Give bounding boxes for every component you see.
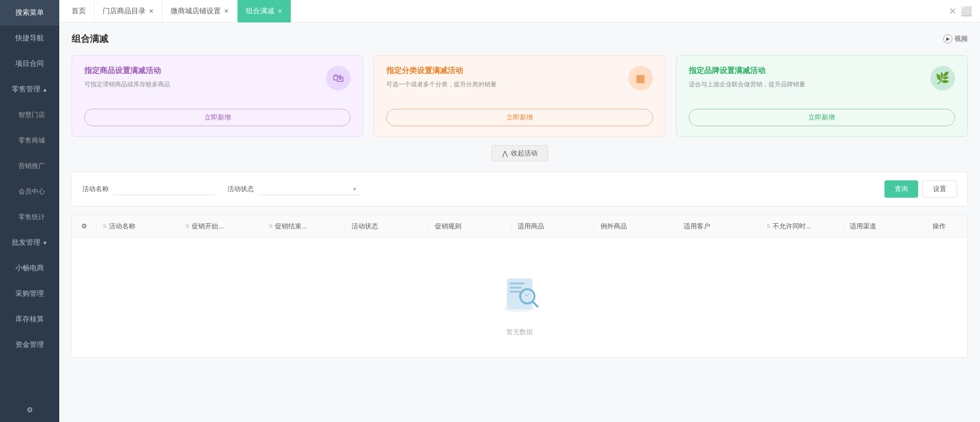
- sidebar-item-member-center[interactable]: 会员中心: [0, 179, 59, 204]
- tab-store-catalog[interactable]: 门店商品目录 ✕: [95, 0, 162, 22]
- th-activity-status: 活动状态: [345, 222, 428, 231]
- category-promo-title: 指定分类设置满减活动: [386, 66, 652, 76]
- sidebar-item-retail-mgmt[interactable]: 零售管理 ▲: [0, 77, 59, 102]
- activity-status-field: 活动状态 进行中 未开始 已结束 ▾: [227, 183, 360, 195]
- empty-state-text: 暂无数据: [506, 327, 533, 337]
- th-activity-name: ⇅ 活动名称: [97, 222, 179, 231]
- maximize-window-icon[interactable]: ⬜: [961, 6, 972, 17]
- collapse-icon: ⋀: [502, 150, 508, 157]
- close-window-icon[interactable]: ✕: [949, 6, 956, 17]
- category-promo-card: ▦ 指定分类设置满减活动 可选一个或者多个分类，提升分类的销量 立即新增: [374, 55, 665, 137]
- activity-status-select-wrapper: 进行中 未开始 已结束 ▾: [258, 183, 360, 195]
- tab-combo-discount[interactable]: 组合满减 ✕: [238, 0, 291, 22]
- play-icon: ▶: [943, 34, 952, 43]
- brand-promo-icon: 🌿: [930, 66, 955, 90]
- brand-promo-card: 🌿 指定品牌设置满减活动 适合与上游企业联合做营销，提升品牌销量 立即新增: [676, 55, 968, 137]
- product-promo-icon: 🛍: [326, 66, 351, 90]
- th-promo-rule: 促销规则: [429, 222, 511, 231]
- activity-name-input[interactable]: [113, 183, 215, 195]
- video-link[interactable]: ▶ 视频: [943, 34, 968, 43]
- sidebar-item-inventory[interactable]: 库存核算: [0, 307, 59, 332]
- activity-name-field: 活动名称: [82, 183, 215, 195]
- category-promo-icon: ▦: [628, 66, 653, 90]
- th-exception-goods: 例外商品: [594, 222, 677, 231]
- sidebar-item-marketing[interactable]: 营销推广: [0, 153, 59, 179]
- table-header: ⚙ ⇅ 活动名称 ⇅ 促销开始... ⇅ 促销结束... 活动状态: [72, 215, 967, 238]
- activity-table: ⚙ ⇅ 活动名称 ⇅ 促销开始... ⇅ 促销结束... 活动状态: [72, 215, 968, 358]
- setting-button[interactable]: 设置: [922, 180, 957, 198]
- sidebar-item-retail-stats[interactable]: 零售统计: [0, 204, 59, 230]
- th-applicable-goods: 适用商品: [511, 222, 594, 231]
- product-promo-title: 指定商品设置满减活动: [84, 66, 351, 76]
- activity-status-select[interactable]: 进行中 未开始 已结束: [258, 183, 360, 195]
- page-title: 组合满减: [72, 33, 108, 45]
- brand-promo-desc: 适合与上游企业联合做营销，提升品牌销量: [689, 80, 955, 89]
- sidebar-item-purchase-mgmt[interactable]: 采购管理: [0, 281, 59, 307]
- th-applicable-customers: 适用客户: [678, 222, 760, 231]
- sidebar-item-retail-mall[interactable]: 零售商城: [0, 128, 59, 153]
- sidebar-item-wholesale-mgmt[interactable]: 批发管理 ▼: [0, 230, 59, 255]
- empty-state: 暂无数据: [72, 238, 967, 357]
- sidebar-item-finance[interactable]: 资金管理: [0, 332, 59, 358]
- collapse-activity-button[interactable]: ⋀ 收起活动: [492, 145, 548, 161]
- promo-cards-section: 🛍 指定商品设置满减活动 可指定滞销商品或库存较多商品 立即新增 ▦ 指定分类设…: [72, 55, 968, 137]
- svg-point-7: [525, 294, 527, 296]
- th-no-overlap: ⇅ 不允许同时...: [760, 222, 843, 231]
- sidebar-item-quick-nav[interactable]: 快捷导航: [0, 26, 59, 51]
- topbar: 首页 门店商品目录 ✕ 微商城店铺设置 ✕ 组合满减 ✕ ✕ ⬜: [59, 0, 980, 22]
- th-promo-start: ⇅ 促销开始...: [179, 222, 262, 231]
- th-settings[interactable]: ⚙: [72, 222, 97, 230]
- th-applicable-channel: 适用渠道: [844, 222, 926, 231]
- th-action: 操作: [926, 222, 967, 231]
- retail-mgmt-arrow: ▲: [42, 87, 48, 92]
- query-button[interactable]: 查询: [884, 180, 918, 198]
- brand-promo-title: 指定品牌设置满减活动: [689, 66, 955, 76]
- page-header: 组合满减 ▶ 视频: [72, 33, 968, 45]
- close-combo-discount-icon[interactable]: ✕: [277, 8, 283, 15]
- sidebar-item-search-menu[interactable]: 搜索菜单: [0, 0, 59, 26]
- category-promo-add-button[interactable]: 立即新增: [386, 109, 652, 126]
- product-promo-card: 🛍 指定商品设置满减活动 可指定滞销商品或库存较多商品 立即新增: [72, 55, 363, 137]
- sort-icon-no-overlap[interactable]: ⇅: [766, 223, 771, 229]
- tab-home[interactable]: 首页: [63, 0, 95, 22]
- close-wechat-store-icon[interactable]: ✕: [224, 8, 229, 15]
- wholesale-mgmt-arrow: ▼: [42, 240, 48, 246]
- topbar-window-controls: ✕ ⬜: [949, 6, 976, 17]
- content-area: 组合满减 ▶ 视频 🛍 指定商品设置满减活动 可指定滞销商品或库存较多商品 立即…: [59, 22, 980, 422]
- brand-promo-add-button[interactable]: 立即新增: [689, 109, 955, 126]
- th-promo-end: ⇅ 促销结束...: [263, 222, 345, 231]
- svg-line-6: [532, 301, 538, 307]
- collapse-bar: ⋀ 收起活动: [72, 145, 968, 161]
- product-promo-add-button[interactable]: 立即新增: [84, 109, 351, 126]
- main-area: 首页 门店商品目录 ✕ 微商城店铺设置 ✕ 组合满减 ✕ ✕ ⬜ 组合满减 ▶ …: [59, 0, 980, 422]
- product-promo-desc: 可指定滞销商品或库存较多商品: [84, 80, 351, 89]
- close-store-catalog-icon[interactable]: ✕: [149, 8, 154, 15]
- svg-point-8: [529, 293, 530, 295]
- sidebar: 搜索菜单 快捷导航 项目合同 零售管理 ▲ 智慧门店 零售商城 营销推广 会员中…: [0, 0, 59, 422]
- empty-state-illustration: [494, 268, 545, 319]
- svg-rect-3: [509, 287, 522, 289]
- search-bar: 活动名称 活动状态 进行中 未开始 已结束 ▾ 查询 设置: [72, 172, 968, 206]
- sidebar-item-smart-store[interactable]: 智慧门店: [0, 102, 59, 128]
- tab-wechat-store[interactable]: 微商城店铺设置 ✕: [162, 0, 238, 22]
- settings-col-icon: ⚙: [81, 222, 87, 230]
- sort-icon-promo-end[interactable]: ⇅: [269, 223, 273, 229]
- sort-icon-activity-name[interactable]: ⇅: [103, 223, 107, 229]
- svg-rect-2: [509, 283, 525, 285]
- category-promo-desc: 可选一个或者多个分类，提升分类的销量: [386, 80, 652, 89]
- sort-icon-promo-start[interactable]: ⇅: [185, 223, 190, 229]
- sidebar-item-xiaochangec[interactable]: 小畅电商: [0, 255, 59, 281]
- activity-status-label: 活动状态: [227, 184, 254, 194]
- search-actions: 查询 设置: [884, 180, 957, 198]
- activity-name-label: 活动名称: [82, 184, 109, 194]
- sidebar-settings[interactable]: ⚙: [0, 397, 59, 422]
- gear-icon: ⚙: [27, 406, 33, 414]
- sidebar-item-project-contract[interactable]: 项目合同: [0, 51, 59, 77]
